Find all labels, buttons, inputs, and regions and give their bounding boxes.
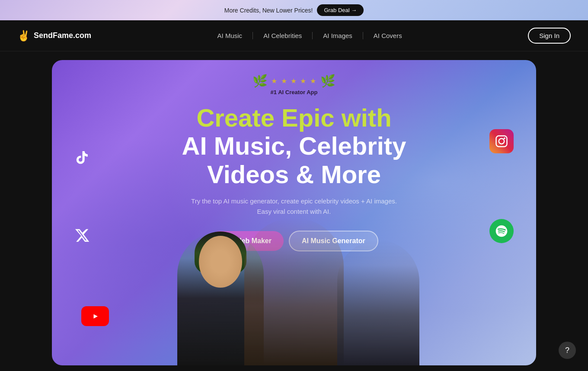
billie-head <box>199 236 242 288</box>
banner-text: More Credits, New Lower Prices! <box>224 7 313 14</box>
tiktok-icon[interactable] <box>71 146 93 169</box>
logo-emoji: ✌️ <box>17 30 30 42</box>
hero-wrapper: 🌿 ★ ★ ★ ★ ★ 🌿 #1 AI Creator App Create E… <box>0 51 588 371</box>
laurel-right-icon: 🌿 <box>320 74 336 88</box>
twitter-icon[interactable] <box>71 224 93 247</box>
logo-text: SendFame.com <box>34 31 91 40</box>
svg-rect-0 <box>496 136 507 147</box>
nav-ai-music[interactable]: AI Music <box>207 32 253 39</box>
badge-stars: ★ ★ ★ ★ ★ <box>271 77 317 85</box>
badge-content: 🌿 ★ ★ ★ ★ ★ 🌿 <box>252 74 336 88</box>
nav-ai-covers[interactable]: AI Covers <box>363 32 412 39</box>
help-button[interactable]: ? <box>559 342 576 359</box>
headline-line3: Videos & More <box>182 160 406 189</box>
celebrity-trump <box>244 219 344 365</box>
nav-ai-images[interactable]: AI Images <box>313 32 363 39</box>
headline-line2: AI Music, Celebrity <box>182 132 406 161</box>
headline-line1: Create Epic with <box>182 104 406 132</box>
logo[interactable]: ✌️ SendFame.com <box>17 30 91 42</box>
spotify-icon[interactable] <box>489 219 514 243</box>
navbar: ✌️ SendFame.com AI Music AI Celebrities … <box>0 20 588 51</box>
svg-point-1 <box>499 139 505 144</box>
nav-ai-celebrities[interactable]: AI Celebrities <box>253 32 313 39</box>
badge: 🌿 ★ ★ ★ ★ ★ 🌿 #1 AI Creator App <box>252 74 336 95</box>
headline: Create Epic with AI Music, Celebrity Vid… <box>182 104 406 189</box>
celebrity-musk <box>337 240 419 365</box>
nav-links: AI Music AI Celebrities AI Images AI Cov… <box>207 32 412 39</box>
instagram-icon[interactable] <box>489 129 514 153</box>
grab-deal-button[interactable]: Grab Deal → <box>317 4 364 16</box>
celebs-area <box>143 219 445 365</box>
top-banner: More Credits, New Lower Prices! Grab Dea… <box>0 0 588 20</box>
subtext-line1: Try the top AI music generator, create e… <box>191 196 397 206</box>
hero-card: 🌿 ★ ★ ★ ★ ★ 🌿 #1 AI Creator App Create E… <box>52 60 536 365</box>
badge-label: #1 AI Creator App <box>271 89 318 95</box>
subtext-line2: Easy viral content with AI. <box>191 206 397 217</box>
laurel-left-icon: 🌿 <box>252 74 268 88</box>
hero-subtext: Try the top AI music generator, create e… <box>191 196 397 217</box>
youtube-icon[interactable] <box>81 306 109 326</box>
sign-in-button[interactable]: Sign In <box>528 28 571 44</box>
svg-point-2 <box>504 137 505 139</box>
